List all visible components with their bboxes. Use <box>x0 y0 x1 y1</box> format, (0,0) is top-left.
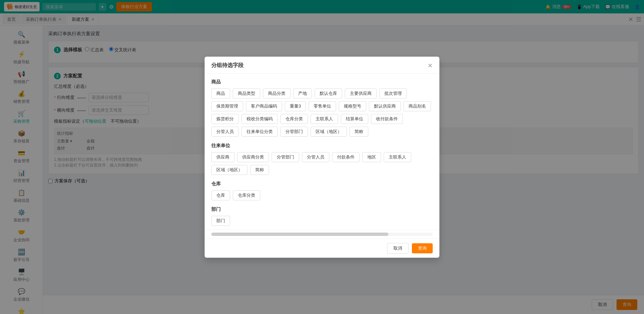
tag-wh-0[interactable]: 仓库 <box>211 190 230 200</box>
tag-cp-8[interactable]: 简称 <box>250 165 269 175</box>
tag-goods-17[interactable]: 主联系人 <box>311 114 338 124</box>
tag-goods-24[interactable]: 简称 <box>350 127 368 137</box>
tag-cp-3[interactable]: 分管人员 <box>302 152 329 162</box>
tag-goods-14[interactable]: 炼货积分 <box>211 114 239 124</box>
modal-cancel-btn[interactable]: 取消 <box>387 243 409 254</box>
tag-goods-4[interactable]: 默认仓库 <box>315 88 342 99</box>
tag-goods-18[interactable]: 结算单位 <box>341 114 368 124</box>
section-warehouse-title: 仓库 <box>211 181 433 187</box>
tag-goods-8[interactable]: 客户商品编码 <box>246 101 282 111</box>
tag-goods-23[interactable]: 区域（地区） <box>311 127 347 137</box>
tag-goods-15[interactable]: 税收分类编码 <box>241 114 278 124</box>
section-goods-title: 商品 <box>211 79 433 85</box>
section-warehouse: 仓库 仓库 仓库分类 <box>211 181 433 200</box>
tag-cp-5[interactable]: 地区 <box>362 152 381 162</box>
tag-goods-0[interactable]: 商品 <box>211 88 230 99</box>
section-department-tags: 部门 <box>211 216 433 226</box>
tag-goods-6[interactable]: 批次管理 <box>379 88 407 99</box>
tag-goods-10[interactable]: 零售单位 <box>309 101 336 111</box>
tag-goods-11[interactable]: 规格型号 <box>339 101 366 111</box>
tag-cp-4[interactable]: 付款条件 <box>332 152 360 162</box>
tag-goods-13[interactable]: 商品别名 <box>404 101 431 111</box>
tag-goods-16[interactable]: 仓库分类 <box>280 114 308 124</box>
tag-cp-0[interactable]: 供应商 <box>211 152 234 162</box>
tag-goods-20[interactable]: 分管人员 <box>211 127 239 137</box>
h-scrollbar-thumb <box>211 233 388 236</box>
modal-title: 分组待选字段 <box>211 62 244 69</box>
tag-goods-12[interactable]: 默认供应商 <box>369 101 401 111</box>
tag-goods-9[interactable]: 重量3 <box>285 101 306 111</box>
section-counterpart-tags: 供应商 供应商分类 分管部门 分管人员 付款条件 地区 主联系人 区域（地区） … <box>211 152 433 175</box>
tag-goods-21[interactable]: 往来单位分类 <box>241 127 278 137</box>
tag-cp-2[interactable]: 分管部门 <box>272 152 299 162</box>
section-counterpart: 往来单位 供应商 供应商分类 分管部门 分管人员 付款条件 地区 主联系人 区域… <box>211 143 433 175</box>
tag-goods-5[interactable]: 主要供应商 <box>345 88 377 99</box>
field-select-modal: 分组待选字段 ✕ 商品 商品 商品类型 商品分类 产地 默认仓库 主要供应商 批… <box>205 57 439 258</box>
tag-cp-6[interactable]: 主联系人 <box>384 152 411 162</box>
tag-goods-7[interactable]: 保质期管理 <box>211 101 243 111</box>
modal-close-btn[interactable]: ✕ <box>428 62 433 69</box>
tag-wh-1[interactable]: 仓库分类 <box>233 190 260 200</box>
section-department-title: 部门 <box>211 206 433 212</box>
h-scrollbar[interactable] <box>211 233 433 236</box>
modal-body: 商品 商品 商品类型 商品分类 产地 默认仓库 主要供应商 批次管理 保质期管理… <box>205 74 439 230</box>
tag-goods-2[interactable]: 商品分类 <box>263 88 290 99</box>
modal-footer: 取消 查询 <box>205 239 439 258</box>
tag-cp-1[interactable]: 供应商分类 <box>237 152 269 162</box>
tag-goods-1[interactable]: 商品类型 <box>233 88 260 99</box>
section-warehouse-tags: 仓库 仓库分类 <box>211 190 433 200</box>
modal-header: 分组待选字段 ✕ <box>205 57 439 74</box>
tag-goods-19[interactable]: 收付款条件 <box>371 114 403 124</box>
modal-overlay: 分组待选字段 ✕ 商品 商品 商品类型 商品分类 产地 默认仓库 主要供应商 批… <box>0 0 644 314</box>
tag-dept-0[interactable]: 部门 <box>211 216 230 226</box>
section-goods-tags: 商品 商品类型 商品分类 产地 默认仓库 主要供应商 批次管理 保质期管理 客户… <box>211 88 433 137</box>
section-counterpart-title: 往来单位 <box>211 143 433 149</box>
tag-goods-22[interactable]: 分管部门 <box>280 127 308 137</box>
tag-goods-3[interactable]: 产地 <box>293 88 312 99</box>
modal-confirm-btn[interactable]: 查询 <box>412 243 433 253</box>
tag-cp-7[interactable]: 区域（地区） <box>211 165 248 175</box>
section-department: 部门 部门 <box>211 206 433 226</box>
modal-scrollbar-area <box>205 230 439 239</box>
section-goods: 商品 商品 商品类型 商品分类 产地 默认仓库 主要供应商 批次管理 保质期管理… <box>211 79 433 137</box>
